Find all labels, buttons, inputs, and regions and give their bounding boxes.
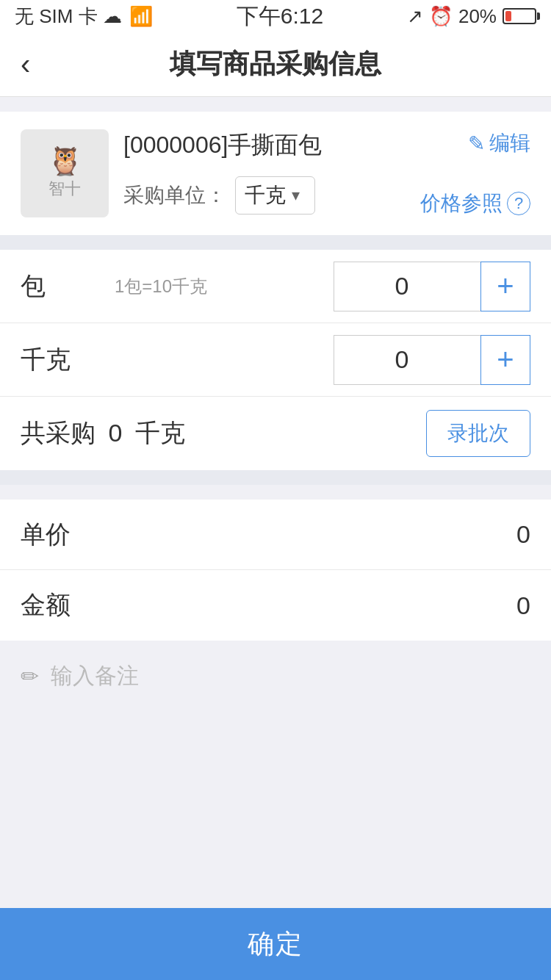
page-title: 填写商品采购信息 [170, 46, 381, 82]
unit-price-row: 单价 0 [0, 500, 551, 570]
unit-price-value: 0 [516, 520, 530, 549]
unit-select[interactable]: 千克 ▾ [235, 176, 315, 215]
product-card: 🦉 智十 [0000006]手撕面包 采购单位： 千克 ▾ ✎ 编辑 价格参照 … [0, 112, 551, 235]
location-icon: ↗ [407, 5, 423, 28]
bao-plus-button[interactable]: + [480, 262, 530, 311]
total-prefix: 共采购 [21, 419, 96, 447]
status-right: ↗ ⏰ 20% [407, 5, 536, 28]
edit-label: 编辑 [489, 129, 530, 157]
status-time: 下午6:12 [237, 1, 323, 32]
product-logo-label: 智十 [48, 178, 81, 200]
amount-value: 0 [516, 591, 530, 620]
help-icon: ? [507, 192, 530, 215]
bao-sub-label: 1包=10千克 [115, 275, 334, 298]
unit-value: 千克 [245, 181, 286, 209]
battery-percent: 20% [458, 5, 497, 28]
bao-input-control: + [334, 262, 530, 311]
footer-spacer [0, 712, 551, 932]
unit-price-label: 单价 [21, 518, 71, 552]
total-unit: 千克 [135, 419, 185, 447]
kg-input-control: + [334, 335, 530, 385]
unit-dropdown-arrow: ▾ [292, 186, 300, 205]
kg-plus-button[interactable]: + [480, 335, 530, 385]
status-left: 无 SIM 卡 ☁ 📶 [15, 4, 153, 29]
edit-button[interactable]: ✎ 编辑 [468, 129, 530, 157]
product-logo-icon: 🦉 [48, 147, 82, 175]
status-bar: 无 SIM 卡 ☁ 📶 下午6:12 ↗ ⏰ 20% [0, 0, 551, 32]
section-divider-1 [0, 235, 551, 250]
amount-label: 金额 [21, 588, 71, 622]
product-image: 🦉 智十 [21, 129, 109, 217]
alarm-icon: ⏰ [429, 5, 453, 28]
back-button[interactable]: ‹ [21, 48, 30, 81]
price-ref-label: 价格参照 [420, 190, 503, 217]
pencil-icon: ✏ [21, 663, 39, 689]
sim-label: 无 SIM 卡 ☁ [15, 4, 122, 29]
bao-quantity-input[interactable] [334, 262, 480, 311]
bao-label: 包 [21, 270, 109, 303]
bao-input-row: 包 1包=10千克 + [0, 250, 551, 323]
price-ref-button[interactable]: 价格参照 ? [420, 190, 530, 217]
note-placeholder: 输入备注 [51, 661, 139, 691]
edit-icon: ✎ [468, 131, 485, 156]
battery-icon [503, 8, 536, 24]
total-row: 共采购 0 千克 录批次 [0, 397, 551, 470]
section-divider-2 [0, 470, 551, 485]
note-section[interactable]: ✏ 输入备注 [0, 641, 551, 712]
price-section: 单价 0 金额 0 [0, 500, 551, 641]
wifi-icon: 📶 [129, 5, 153, 28]
confirm-button[interactable]: 确定 [0, 908, 551, 980]
amount-row: 金额 0 [0, 570, 551, 641]
batch-button[interactable]: 录批次 [426, 410, 530, 457]
unit-label: 采购单位： [123, 181, 226, 209]
kg-input-row: 千克 + [0, 323, 551, 397]
nav-bar: ‹ 填写商品采购信息 [0, 32, 551, 97]
total-text: 共采购 0 千克 [21, 417, 185, 450]
quantity-section: 包 1包=10千克 + 千克 + [0, 250, 551, 397]
total-value: 0 [108, 419, 122, 447]
kg-quantity-input[interactable] [334, 335, 480, 385]
kg-label: 千克 [21, 343, 109, 377]
